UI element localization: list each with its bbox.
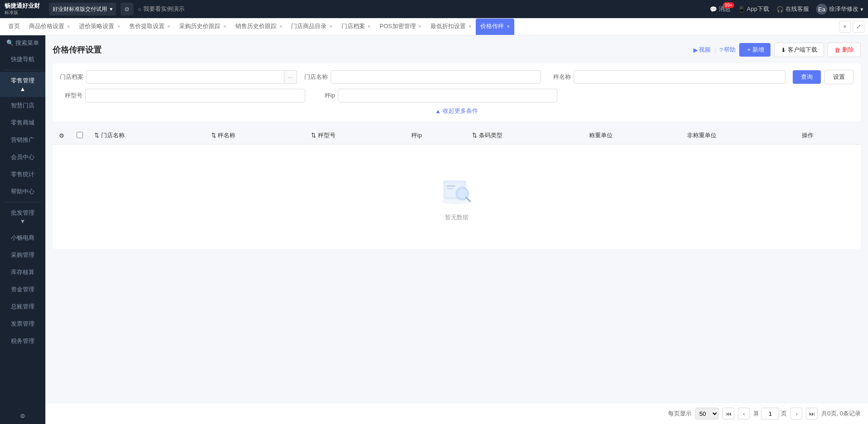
select-all-checkbox[interactable] [77, 132, 83, 138]
query-button[interactable]: 查询 [793, 70, 821, 84]
sidebar-item-finance[interactable]: 资金管理 [0, 281, 45, 298]
demo-button[interactable]: ○ 我要看实例演示 [138, 5, 185, 13]
tab-price-scale[interactable]: 价格传秤 × [476, 19, 514, 35]
help-link[interactable]: ? 帮助 [720, 46, 736, 54]
th-barcode-type[interactable]: ⇅ 条码类型 [467, 127, 584, 145]
prev-page-button[interactable]: ‹ [738, 408, 750, 419]
tab-pos-encrypt[interactable]: POS加密管理 × [375, 19, 426, 35]
tab-close-icon[interactable]: × [279, 24, 282, 29]
set-button[interactable]: 设置 [824, 70, 853, 84]
page-actions: ▶ 视频 | ? 帮助 + 新增 ⬇ 客户端下载 [693, 43, 861, 57]
finance-label: 资金管理 [11, 285, 34, 294]
pagination-bar: 每页显示 50 10 20 100 ⏮ ‹ 算 页 › ⏭ 共0页, 0条记录 [45, 403, 868, 424]
tab-close-window-button[interactable]: × [839, 21, 851, 33]
th-scale-model[interactable]: ⇅ 秤型号 [306, 127, 406, 145]
store-profile-input[interactable] [86, 70, 284, 84]
tab-end-buttons: × ⤢ [839, 21, 864, 33]
sidebar-item-invoice[interactable]: 发票管理 [0, 315, 45, 332]
page-size-select[interactable]: 50 10 20 100 [695, 408, 719, 419]
delete-button[interactable]: 🗑 删除 [828, 43, 861, 57]
tab-sale-extract[interactable]: 售价提取设置 × [125, 19, 175, 35]
sidebar-item-purchase[interactable]: 采购管理 [0, 246, 45, 264]
tab-sale-history[interactable]: 销售历史价跟踪 × [231, 19, 287, 35]
app-download-button[interactable]: 📱 App下载 [738, 5, 769, 13]
th-settings[interactable]: ⚙ [53, 127, 71, 145]
tab-store-catalog[interactable]: 门店商品目录 × [287, 19, 336, 35]
sidebar-item-marketing[interactable]: 营销推广 [0, 131, 45, 149]
retail-mgmt-label: 零售管理 [11, 77, 34, 85]
scale-name-input[interactable] [574, 70, 785, 84]
tab-close-icon[interactable]: × [67, 24, 70, 29]
sidebar-item-ecommerce[interactable]: 小畅电商 [0, 229, 45, 246]
th-store-name[interactable]: ⇅ 门店名称 [89, 127, 206, 145]
scale-ip-label: 秤ip [312, 92, 335, 100]
sidebar-item-ledger[interactable]: 总账管理 [0, 298, 45, 315]
tab-close-icon[interactable]: × [368, 24, 371, 29]
th-weight-unit: 称重单位 [584, 127, 682, 145]
tab-close-icon[interactable]: × [167, 24, 170, 29]
table-card: ⚙ ⇅ 门店名称 ⇅ 秤名称 [53, 127, 861, 249]
circle-icon: ○ [138, 6, 141, 13]
search-menu-button[interactable]: 🔍 搜索菜单 [0, 35, 45, 51]
wholesale-label: 批发管理 [11, 209, 34, 217]
download-button[interactable]: ⬇ 客户端下载 [774, 43, 824, 57]
sidebar-item-help[interactable]: 帮助中心 [0, 183, 45, 200]
store-profile-dots-button[interactable]: ··· [284, 70, 297, 84]
online-service-button[interactable]: 🎧 在线客服 [776, 5, 809, 13]
scale-ip-input[interactable] [338, 89, 558, 102]
sidebar-item-retail-mall[interactable]: 零售商城 [0, 114, 45, 131]
tab-purchase-history[interactable]: 采购历史价跟踪 × [175, 19, 230, 35]
video-link[interactable]: ▶ 视频 [693, 46, 711, 54]
tab-goods-price[interactable]: 商品价格设置 × [24, 19, 74, 35]
sidebar-settings-button[interactable]: ⚙ [0, 408, 45, 424]
play-icon: ▶ [693, 47, 698, 53]
scale-model-input[interactable] [85, 89, 305, 102]
sidebar-divider-2 [4, 202, 42, 202]
th-checkbox[interactable] [71, 127, 89, 145]
settings-icon[interactable]: ⚙ [121, 3, 133, 15]
tab-close-icon[interactable]: × [223, 24, 226, 29]
tab-purchase-strategy[interactable]: 进价策略设置 × [74, 19, 124, 35]
next-page-button[interactable]: › [790, 408, 802, 419]
user-area[interactable]: Ea 徐泽华修改 ▾ [816, 4, 863, 14]
add-button[interactable]: + 新增 [739, 43, 770, 57]
filter-actions: 查询 设置 [793, 70, 853, 84]
sidebar-item-smart-store[interactable]: 智慧门店 [0, 97, 45, 114]
th-scale-name[interactable]: ⇅ 秤名称 [206, 127, 306, 145]
retail-stats-label: 零售统计 [11, 170, 34, 178]
page-content: 价格传秤设置 ▶ 视频 | ? 帮助 + 新增 [45, 35, 868, 403]
sidebar-item-retail-mgmt[interactable]: 零售管理 ▲ [0, 72, 45, 97]
user-chevron-icon: ▾ [860, 6, 863, 13]
tab-store-profile[interactable]: 门店档案 × [337, 19, 375, 35]
store-name-input[interactable] [331, 70, 541, 84]
version-select[interactable]: 好业财标准版交付试用 ▾ [49, 3, 116, 15]
sidebar-item-quick-nav[interactable]: 快捷导航 [0, 51, 45, 68]
trash-icon: 🗑 [834, 47, 840, 53]
sidebar-item-tax[interactable]: 税务管理 [0, 332, 45, 350]
scale-name-label: 秤名称 [548, 73, 571, 81]
tab-home[interactable]: 首页 [4, 19, 24, 35]
message-button[interactable]: 💬 消息 99+ [710, 5, 731, 13]
column-settings-icon[interactable]: ⚙ [59, 132, 64, 139]
tab-maximize-button[interactable]: ⤢ [853, 21, 864, 33]
collapse-button[interactable]: ▲ 收起更多条件 [60, 107, 853, 115]
store-profile-label: 门店档案 [60, 73, 83, 81]
tab-close-icon[interactable]: × [507, 24, 509, 29]
first-page-button[interactable]: ⏮ [722, 408, 734, 419]
tab-close-icon[interactable]: × [117, 24, 120, 29]
tab-min-discount[interactable]: 最低折扣设置 × [426, 19, 476, 35]
version-label: 好业财标准版交付试用 [53, 5, 107, 13]
th-non-weight-unit: 非称重单位 [682, 127, 796, 145]
tab-close-icon[interactable]: × [468, 24, 471, 29]
username-label: 徐泽华修改 [829, 5, 858, 13]
tab-close-icon[interactable]: × [329, 24, 332, 29]
inventory-label: 库存核算 [11, 268, 34, 276]
sidebar-item-wholesale[interactable]: 批发管理 ▼ [0, 204, 45, 229]
sidebar-item-member[interactable]: 会员中心 [0, 149, 45, 166]
empty-text: 暂无数据 [445, 213, 468, 222]
tab-close-icon[interactable]: × [419, 24, 421, 29]
page-number-input[interactable] [761, 408, 779, 419]
sidebar-item-retail-stats[interactable]: 零售统计 [0, 166, 45, 183]
sidebar-item-inventory[interactable]: 库存核算 [0, 264, 45, 281]
last-page-button[interactable]: ⏭ [806, 408, 818, 419]
